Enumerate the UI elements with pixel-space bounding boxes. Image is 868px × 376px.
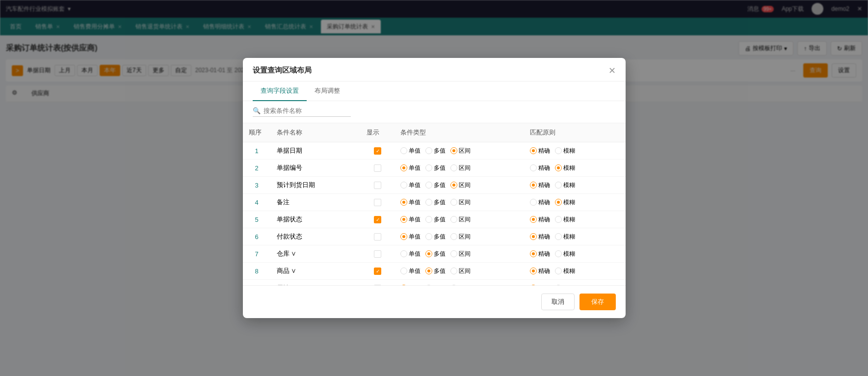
cell-order: 8 — [243, 263, 271, 280]
radio-circle-multi — [425, 268, 432, 274]
radio-circle-match-exact — [530, 268, 537, 274]
radio-type-multi[interactable]: 多值 — [425, 164, 446, 172]
radio-type-range[interactable]: 区间 — [450, 233, 471, 241]
radio-type-single[interactable]: 单值 — [400, 198, 421, 207]
radio-type-single[interactable]: 单值 — [400, 215, 421, 224]
radio-match-fuzzy[interactable]: 模糊 — [555, 181, 575, 189]
radio-circle-range — [450, 164, 457, 171]
radio-type-range[interactable]: 区间 — [450, 147, 471, 155]
cell-show — [361, 177, 395, 194]
radio-circle-match-exact — [530, 250, 537, 257]
radio-match-exact[interactable]: 精确 — [530, 267, 550, 275]
th-type: 条件类型 — [395, 123, 524, 142]
radio-match-exact[interactable]: 精确 — [530, 181, 550, 189]
radio-match-fuzzy[interactable]: 模糊 — [555, 198, 575, 207]
radio-match-exact[interactable]: 精确 — [530, 250, 550, 258]
radio-type-multi[interactable]: 多值 — [425, 215, 446, 224]
cell-order: 9 — [243, 280, 271, 286]
radio-type-multi[interactable]: 多值 — [425, 181, 446, 189]
tab-layout-adjust[interactable]: 布局调整 — [307, 81, 348, 101]
radio-circle-multi — [425, 250, 432, 257]
cell-type: 单值多值区间 — [395, 280, 524, 286]
show-checkbox[interactable] — [374, 199, 381, 206]
cell-order: 2 — [243, 160, 271, 177]
radio-match-fuzzy[interactable]: 模糊 — [555, 215, 575, 224]
show-checkbox[interactable] — [374, 250, 381, 258]
cell-match: 精确模糊 — [524, 280, 626, 286]
show-checkbox[interactable] — [374, 216, 381, 223]
radio-circle-multi — [425, 199, 432, 206]
table-row: 7仓库 ∨单值多值区间精确模糊 — [243, 245, 626, 263]
radio-match-exact[interactable]: 精确 — [530, 147, 550, 155]
cell-name: 属性 ∨ — [271, 280, 361, 286]
show-checkbox[interactable] — [374, 268, 381, 275]
radio-type-range[interactable]: 区间 — [450, 164, 471, 172]
show-checkbox[interactable] — [374, 182, 381, 189]
tab-query-fields[interactable]: 查询字段设置 — [253, 81, 307, 101]
cell-name: 单据编号 — [271, 160, 361, 177]
show-checkbox[interactable] — [374, 233, 381, 241]
cell-type: 单值多值区间 — [395, 245, 524, 263]
radio-type-range[interactable]: 区间 — [450, 250, 471, 258]
dialog-title: 设置查询区域布局 — [253, 66, 312, 75]
radio-type-single[interactable]: 单值 — [400, 164, 421, 172]
cell-match: 精确模糊 — [524, 263, 626, 280]
radio-type-single[interactable]: 单值 — [400, 233, 421, 241]
cell-show — [361, 263, 395, 280]
cell-order: 7 — [243, 245, 271, 263]
cell-match: 精确模糊 — [524, 160, 626, 177]
radio-circle-range — [450, 233, 457, 240]
radio-type-range[interactable]: 区间 — [450, 198, 471, 207]
cell-type: 单值多值区间 — [395, 142, 524, 160]
show-checkbox[interactable] — [374, 147, 381, 155]
radio-type-multi[interactable]: 多值 — [425, 233, 446, 241]
radio-type-multi[interactable]: 多值 — [425, 147, 446, 155]
cell-match: 精确模糊 — [524, 245, 626, 263]
radio-circle-match-fuzzy — [555, 250, 562, 257]
radio-circle-single — [400, 233, 407, 240]
radio-circle-range — [450, 216, 457, 223]
cell-match: 精确模糊 — [524, 228, 626, 245]
cell-order: 4 — [243, 194, 271, 211]
radio-type-multi[interactable]: 多值 — [425, 198, 446, 207]
radio-type-multi[interactable]: 多值 — [425, 250, 446, 258]
cell-show — [361, 228, 395, 245]
radio-match-exact[interactable]: 精确 — [530, 198, 550, 207]
cancel-button[interactable]: 取消 — [541, 294, 575, 310]
radio-type-range[interactable]: 区间 — [450, 215, 471, 224]
radio-match-exact[interactable]: 精确 — [530, 215, 550, 224]
cell-show — [361, 280, 395, 286]
radio-match-fuzzy[interactable]: 模糊 — [555, 164, 575, 172]
radio-type-single[interactable]: 单值 — [400, 181, 421, 189]
radio-type-range[interactable]: 区间 — [450, 267, 471, 275]
radio-type-single[interactable]: 单值 — [400, 267, 421, 275]
radio-match-fuzzy[interactable]: 模糊 — [555, 233, 575, 241]
radio-type-single[interactable]: 单值 — [400, 250, 421, 258]
radio-circle-match-fuzzy — [555, 216, 562, 223]
radio-match-fuzzy[interactable]: 模糊 — [555, 147, 575, 155]
radio-type-multi[interactable]: 多值 — [425, 267, 446, 275]
search-input[interactable] — [263, 107, 351, 114]
radio-match-exact[interactable]: 精确 — [530, 164, 550, 172]
cell-type: 单值多值区间 — [395, 160, 524, 177]
dialog-close-button[interactable]: ✕ — [608, 66, 616, 75]
search-wrap: 🔍 — [253, 107, 351, 117]
radio-type-range[interactable]: 区间 — [450, 181, 471, 189]
radio-match-fuzzy[interactable]: 模糊 — [555, 250, 575, 258]
table-row: 4备注单值多值区间精确模糊 — [243, 194, 626, 211]
radio-circle-match-exact — [530, 199, 537, 206]
radio-type-single[interactable]: 单值 — [400, 147, 421, 155]
radio-circle-multi — [425, 216, 432, 223]
radio-circle-multi — [425, 164, 432, 171]
radio-circle-match-exact — [530, 147, 537, 154]
radio-match-exact[interactable]: 精确 — [530, 233, 550, 241]
radio-circle-range — [450, 268, 457, 274]
th-order: 顺序 — [243, 123, 271, 142]
cell-order: 1 — [243, 142, 271, 160]
radio-match-fuzzy[interactable]: 模糊 — [555, 267, 575, 275]
dialog-tabs: 查询字段设置 布局调整 — [243, 81, 626, 101]
show-checkbox[interactable] — [374, 164, 381, 172]
table-row: 2单据编号单值多值区间精确模糊 — [243, 160, 626, 177]
cell-name: 付款状态 — [271, 228, 361, 245]
save-button[interactable]: 保存 — [579, 294, 616, 310]
